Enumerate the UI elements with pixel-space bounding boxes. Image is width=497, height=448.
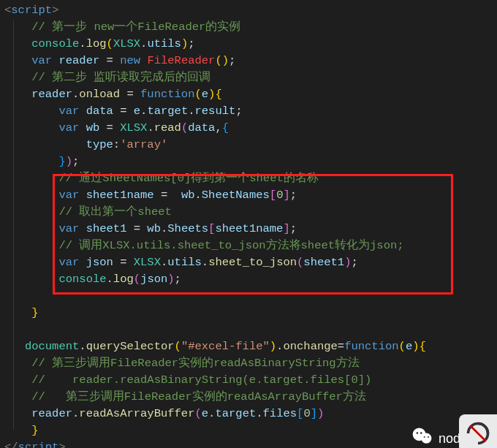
code-line xyxy=(4,322,493,338)
code-line: var wb = XLSX.read(data,{ xyxy=(4,120,493,137)
code-line: // 第二步 监听读取完成后的回调 xyxy=(4,69,493,86)
svg-point-2 xyxy=(417,432,418,433)
code-line: reader.onload = function(e){ xyxy=(4,86,493,103)
code-line: } xyxy=(4,305,493,322)
code-line: <script> xyxy=(4,2,493,19)
code-line: // 调用XLSX.utils.sheet_to_json方法将sheet转化为… xyxy=(4,238,493,254)
code-line: }); xyxy=(4,153,493,170)
code-line: // 通过SheetNames[0]得到第一个sheet的名称 xyxy=(4,170,493,187)
svg-point-4 xyxy=(424,436,425,438)
code-line xyxy=(4,288,493,305)
code-line: type:'array' xyxy=(4,137,493,153)
code-line: // 取出第一个sheet xyxy=(4,204,493,221)
code-editor[interactable]: <script> // 第一步 new一个FileReader的实例 conso… xyxy=(0,0,497,448)
code-line: // 第一步 new一个FileReader的实例 xyxy=(4,19,493,36)
corner-logo xyxy=(459,414,497,448)
code-line: console.log(json); xyxy=(4,271,493,288)
code-line: console.log(XLSX.utils); xyxy=(4,36,493,53)
code-line: // 第三步调用FileReader实例的readAsBinaryString方… xyxy=(4,355,493,372)
code-line: var sheet1name = wb.SheetNames[0]; xyxy=(4,187,493,204)
code-line: reader.readAsArrayBuffer(e.target.files[… xyxy=(4,406,493,422)
code-line: // reader.readAsBinaryString(e.target.fi… xyxy=(4,372,493,389)
svg-point-3 xyxy=(420,432,422,433)
code-line: var json = XLSX.utils.sheet_to_json(shee… xyxy=(4,254,493,271)
svg-point-1 xyxy=(421,433,431,444)
svg-point-5 xyxy=(428,436,429,438)
code-line: var data = e.target.result; xyxy=(4,103,493,120)
code-line: // 第三步调用FileReader实例的readAsArrayBuffer方法 xyxy=(4,389,493,406)
code-line: document.querySelector("#excel-file").on… xyxy=(4,338,493,355)
svg-line-6 xyxy=(470,425,486,441)
wechat-icon xyxy=(411,425,434,448)
code-line: var sheet1 = wb.Sheets[sheet1name]; xyxy=(4,221,493,238)
code-line: var reader = new FileReader(); xyxy=(4,53,493,69)
